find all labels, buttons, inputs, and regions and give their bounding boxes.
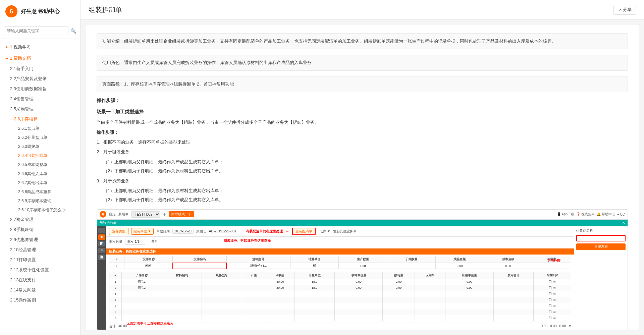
article-body: 功能介绍：组装拆卸单用来处理企业组装或拆卸等加工业务，支持有固定装配清单的产品加… — [86, 25, 639, 330]
sidebar-item-stockcheck[interactable]: 2.6.1盘点单 — [15, 124, 80, 133]
footer-val4: 0.00 — [559, 324, 566, 328]
sim-guide-icon: ❓ 在线指南 — [576, 212, 595, 217]
col-b-meas: 计量 — [242, 272, 266, 279]
sidebar-item-mobile[interactable]: 2.8手机旺铺 — [10, 225, 80, 235]
col-b-unit2: #单位 — [266, 272, 294, 279]
sidebar-item-faq[interactable]: 2.14常见问题 — [10, 285, 80, 295]
plus-icon: + — [5, 45, 8, 50]
sidebar-item-ops[interactable]: 2.10经营管理 — [10, 245, 80, 255]
sim-ops-label: 仓库 ▼ — [320, 229, 331, 234]
sidebar-item-other-in[interactable]: 2.6.6其他入库单 — [15, 169, 80, 178]
scene1-desc: 当由多个子件材料组装成一个成品的业务为【组装】业务，当由一个父件拆分成多个子产品… — [97, 118, 628, 126]
sim-sidebar-icon-5[interactable]: 📄 — [98, 255, 105, 260]
sim-supplier-input[interactable] — [576, 235, 626, 241]
cell-b-2-meas — [242, 285, 266, 291]
sim-annotation-manual: 无固定清单可以直接在这里录入 — [126, 321, 173, 326]
col-prod-qty: 生产数量 — [339, 256, 387, 263]
search-icon[interactable]: 🔍 — [70, 28, 76, 34]
cell-b-2-applyqty: 0.00 — [445, 285, 493, 291]
sidebar-item-data-prep[interactable]: 2.3使用前数据准备 — [10, 84, 80, 94]
sidebar-item-costrecalc[interactable]: 2.6.8商品成本重算 — [15, 187, 80, 197]
sidebar-item-ledger-fix[interactable]: 2.6.10库存账本错了怎么办 — [15, 206, 80, 215]
page-title: 组装拆卸单 — [89, 5, 122, 14]
sim-select-bom-btn[interactable]: 选装配清单 — [292, 228, 316, 235]
cell-num: 1 — [109, 263, 124, 269]
cell-b-1-code — [162, 279, 202, 285]
sidebar-item-beginner[interactable]: 2.1新手入门 — [10, 64, 80, 74]
cell-prod-qty: 1.00 — [339, 263, 387, 269]
step2-sub: （1）上部明细为父件明细，最终作为产成品生成其它入库单； （2）下部明细为子件明… — [103, 158, 628, 175]
sidebar-item-partcheck[interactable]: 2.6.2分量盘点单 — [15, 133, 80, 142]
path-intro-text: 页面路径：1、库存核算->库存管理->组装拆卸单 2、首页->常用功能 — [102, 81, 234, 87]
col-b-meas-unit: 计量单位 — [294, 272, 334, 279]
annotation-manual-text: 无固定清单可以直接在这里录入 — [126, 322, 173, 325]
cell-b-1-meas-unit: 18.0 — [294, 279, 334, 285]
sim-total-input[interactable]: 批次 1/1> — [125, 239, 145, 245]
sim-table-bottom-area: # 子件名称 材料编码 规格型号 计量 #单位 计量单位 领料单位量 — [106, 271, 574, 323]
footer-val2: 0.00 — [541, 324, 547, 328]
cell-b-1-loss: 0.00 — [383, 279, 415, 285]
sim-toolbar: 业务类型 组装单据 ▼ 单据日期 2019-12-20 集团仓 AD-20191… — [106, 226, 574, 237]
sim-help-icon: 🔔 帮助中心 — [597, 212, 615, 217]
sim-biz-select[interactable]: 组装单据 ▼ — [131, 228, 154, 235]
sidebar-item-costadjust[interactable]: 2.6.5成本调整单 — [15, 160, 80, 169]
sim-orange-bar-wrapper: 组装业务、拆卸业务在这里选择 组装业务、拆卸业务在这里选择 启用处理 — [106, 248, 574, 255]
table-row: 4门 向 — [109, 297, 571, 303]
sidebar-item-transfer[interactable]: 2.6.3调拨单 — [15, 142, 80, 151]
ops-title: 操作步骤： — [97, 98, 628, 104]
sidebar-item-payment[interactable]: 2.13在线支付 — [10, 275, 80, 285]
cell-b-1-applyqty: 0.00 — [445, 279, 493, 285]
sim-sidebar-icon-2[interactable]: 📋 — [98, 234, 105, 240]
sidebar-item-purchase[interactable]: 2.5采购管理 — [10, 104, 80, 114]
nav-area: + 1.视频学习 − 2.帮助文档 2.1新手入门 2.2产品安装及登录 2.3… — [0, 39, 80, 335]
sidebar-item-inventory[interactable]: − 2.6库存核算 — [10, 114, 80, 124]
col-b-spec: 规格型号 — [202, 272, 242, 279]
share-button[interactable]: ↗ 分享 — [613, 5, 636, 15]
search-input[interactable] — [4, 26, 68, 35]
sim-version-select[interactable]: TEST-H002 — [131, 211, 160, 218]
sim-apply-btn[interactable]: 立即发布 — [576, 243, 626, 250]
sidebar-item-coupon[interactable]: 2.9优惠券管理 — [10, 235, 80, 245]
sim-date-label: 单据日期 — [156, 229, 170, 234]
cell-b-2-extra: 门 向 — [534, 285, 571, 291]
col-b-apply: 应用M — [415, 272, 445, 279]
sim-num-label: 集团仓 — [196, 229, 206, 234]
sidebar-item-assembly[interactable]: 2.6.4组装拆卸单 — [15, 151, 80, 160]
sim-sidebar-icon-3[interactable]: 📊 — [98, 241, 105, 246]
cell-child-qty — [387, 263, 435, 269]
cell-parent-code[interactable] — [173, 263, 226, 269]
sim-home-label: 自定 — [109, 212, 116, 217]
table-row: 2 周品2 30.00 18.0 0.00 — [109, 285, 571, 291]
sidebar-item-sales[interactable]: 2.4销售管理 — [10, 94, 80, 104]
sim-orange-bar-text: 组装业务、拆卸业务在这里选择 — [109, 249, 156, 253]
sidebar-item-install[interactable]: 2.2产品安装及登录 — [10, 74, 80, 84]
table-row: 1 米米 纸幅(+/-) 1... 桶 1.00 0.00 0.00 — [109, 263, 571, 269]
sim-sidebar-icon-1[interactable]: ☰ — [98, 228, 105, 233]
sidebar-item-finance[interactable]: 2.7资金管理 — [10, 215, 80, 225]
sidebar-item-ledger[interactable]: 2.6.9库存账本查询 — [15, 197, 80, 206]
cell-cost-amt: 0.00 — [484, 263, 532, 269]
cell-parent-name: 米米 — [124, 263, 172, 269]
step2-1: （1）上部明细为父件明细，最终作为产成品生成其它入库单； — [103, 158, 628, 166]
sidebar-item-other-out[interactable]: 2.6.7其他出库单 — [15, 178, 80, 187]
col-b-apply-qty: 应用单位量 — [445, 272, 493, 279]
sim-date-input[interactable]: 2019-12-20 — [172, 229, 194, 234]
scene1-desc-text: 当由多个子件材料组装成一个成品的业务为【组装】业务，当由一个父件拆分成多个子产品… — [97, 120, 319, 125]
sim-sidebar-icon-4[interactable]: ⚙ — [98, 248, 105, 253]
sidebar-item-videos[interactable]: + 1.视频学习 — [0, 42, 80, 52]
sim-tab-new[interactable]: 业务类型 — [109, 228, 128, 235]
sidebar-item-cases[interactable]: 2.15操作案例 — [10, 295, 80, 305]
minus-icon-2: − — [10, 117, 13, 122]
sim-guide-btn[interactable]: 向导模式一下 — [169, 211, 194, 217]
role-intro-text: 使用角色：通常由生产人员或库管人员完成拆装业务的操作，库管人员确认原材料的出库和… — [102, 60, 312, 65]
cell-b-2-num: 2 — [109, 285, 122, 291]
sim-orange-bar: 组装业务、拆卸业务在这里选择 — [106, 248, 574, 255]
sidebar-item-personalize[interactable]: 2.12系统个性化设置 — [10, 265, 80, 275]
search-box: 🔍 — [0, 23, 80, 39]
sim-right-title: 供货商名称 — [576, 228, 626, 233]
col-b-pick-qty: 领料单位量 — [334, 272, 382, 279]
sidebar-item-print[interactable]: 2.11打印设置 — [10, 255, 80, 265]
sidebar-item-inventory-label: 2.6库存核算 — [14, 116, 38, 122]
ops-steps-title: 操作步骤： — [97, 128, 628, 136]
sidebar-item-docs[interactable]: − 2.帮助文档 — [0, 53, 80, 64]
